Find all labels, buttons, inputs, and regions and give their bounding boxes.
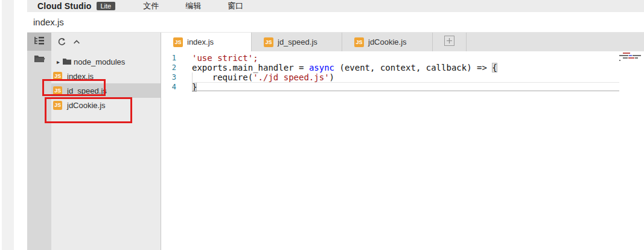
line-number: 3 [161, 72, 192, 82]
code-line-2[interactable]: 2exports.main_handler = async (event, co… [161, 63, 644, 72]
menu-item[interactable]: 文件 [143, 1, 159, 11]
js-file-icon: JS [354, 37, 364, 47]
new-tab-button[interactable] [433, 33, 467, 51]
code-lines: 1'use strict';2exports.main_handler = as… [161, 53, 644, 92]
code-line-1[interactable]: 1'use strict'; [161, 53, 644, 63]
collapse-all-icon[interactable] [72, 37, 81, 47]
cloud-studio-app: Cloud Studio Lite 文件编辑窗口 index.js [27, 0, 644, 250]
tab-jd_speed.js[interactable]: JSjd_speed.js [252, 33, 342, 51]
minimap-line [619, 53, 644, 54]
js-file-icon: JS [53, 101, 62, 110]
breadcrumb-filename: index.js [33, 17, 64, 27]
breadcrumb: index.js [27, 12, 644, 33]
line-number: 4 [161, 82, 192, 92]
tab-label: jdCookie.js [368, 37, 407, 46]
tree-item-index.js[interactable]: JSindex.js [51, 69, 161, 83]
tab-index.js[interactable]: JSindex.js [161, 33, 252, 51]
line-number: 2 [161, 63, 192, 72]
js-file-icon: JS [53, 72, 62, 81]
tree-item-node_modules[interactable]: ▸node_modules [51, 54, 161, 69]
tree-item-jdCookie.js[interactable]: JSjdCookie.js [51, 98, 161, 112]
file-tree-icon [34, 36, 45, 48]
code-line-3[interactable]: 3 require('./jd_speed.js') [161, 72, 644, 82]
twisty-collapsed-icon[interactable]: ▸ [57, 59, 63, 65]
explorer-view-button[interactable] [27, 33, 51, 51]
tab-bar: JSindex.jsJSjd_speed.jsJSjdCookie.js [161, 33, 644, 51]
code-text: require('./jd_speed.js') [192, 72, 334, 82]
open-folder-icon [34, 54, 45, 65]
code-text: exports.main_handler = async (event, con… [192, 63, 497, 72]
menu-bar: 文件编辑窗口 [143, 1, 270, 11]
minimap-line [619, 60, 644, 61]
file-tree: ▸node_modulesJSindex.jsJSjd_speed.jsJSjd… [51, 51, 161, 112]
page: Cloud Studio Lite 文件编辑窗口 index.js [0, 0, 644, 250]
minimap-line [619, 55, 644, 56]
page-left-margin-strip [2, 0, 14, 250]
code-line-4[interactable]: 4} [161, 82, 644, 92]
tree-item-label: jdCookie.js [67, 101, 106, 110]
tree-item-label: node_modules [74, 57, 125, 66]
minimap[interactable] [619, 53, 644, 62]
tree-item-label: index.js [67, 72, 94, 81]
top-menu-bar: Cloud Studio Lite 文件编辑窗口 [27, 0, 644, 12]
menu-item[interactable]: 窗口 [228, 1, 243, 11]
tab-jdCookie.js[interactable]: JSjdCookie.js [342, 33, 433, 51]
tab-label: jd_speed.js [278, 37, 317, 46]
activity-bar [27, 33, 51, 250]
workspace-view-button[interactable] [27, 51, 51, 69]
js-file-icon: JS [173, 37, 183, 47]
file-explorer-panel: ▸node_modulesJSindex.jsJSjd_speed.jsJSjd… [51, 33, 161, 250]
code-editor[interactable]: 1'use strict';2exports.main_handler = as… [161, 51, 644, 250]
editor-column: JSindex.jsJSjd_speed.jsJSjdCookie.js 1'u… [161, 33, 644, 250]
js-file-icon: JS [264, 37, 273, 47]
folder-icon [63, 58, 71, 65]
lite-badge: Lite [97, 2, 116, 10]
menu-item[interactable]: 编辑 [185, 1, 201, 11]
refresh-icon[interactable] [57, 37, 66, 47]
explorer-toolbar [51, 33, 161, 51]
js-file-icon: JS [53, 86, 62, 95]
minimap-line [619, 57, 644, 59]
line-number: 1 [161, 53, 192, 63]
code-text: 'use strict'; [192, 53, 258, 63]
main-area: ▸node_modulesJSindex.jsJSjd_speed.jsJSjd… [27, 33, 644, 250]
plus-icon [444, 36, 454, 48]
tree-item-jd_speed.js[interactable]: JSjd_speed.js [51, 83, 161, 98]
tree-item-label: jd_speed.js [67, 86, 107, 95]
code-text: } [192, 82, 197, 92]
tab-label: index.js [187, 37, 214, 46]
app-logo: Cloud Studio [37, 1, 92, 11]
